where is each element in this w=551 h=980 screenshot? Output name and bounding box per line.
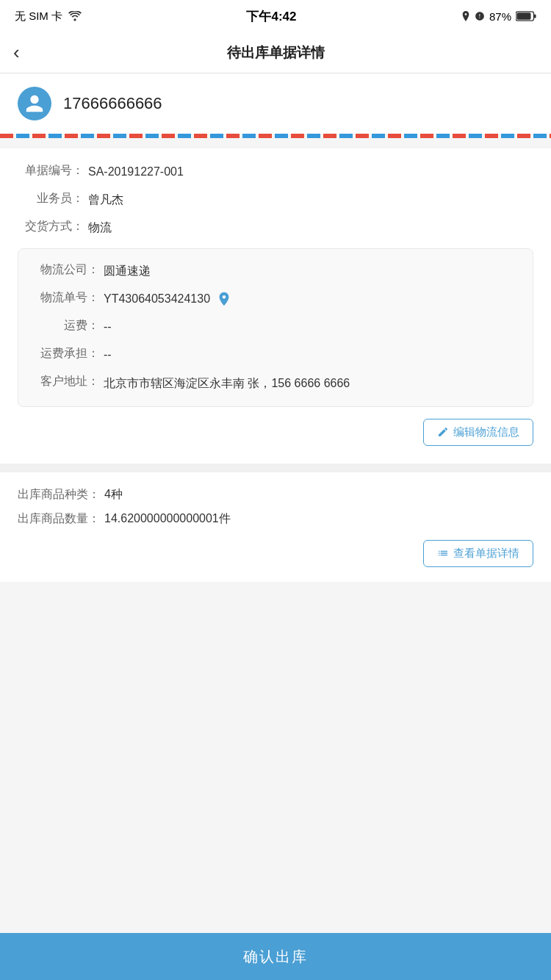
battery-text: 87%: [489, 10, 511, 23]
location-active-icon: [461, 11, 470, 21]
tracking-location-icon[interactable]: [216, 291, 232, 307]
status-bar: 无 SIM 卡 下午4:42 87%: [0, 0, 551, 32]
goods-section: 出库商品种类： 4种 出库商品数量： 14.620000000000001件 查…: [0, 472, 551, 582]
battery-icon: [516, 11, 536, 21]
address-value: 北京市市辖区海淀区永丰南 张，156 6666 6666: [104, 374, 518, 393]
avatar: [18, 87, 51, 120]
document-number-label: 单据编号：: [18, 163, 84, 179]
status-time: 下午4:42: [246, 8, 296, 25]
svg-rect-2: [534, 14, 536, 18]
header-section: 17666666666: [0, 73, 551, 134]
logistics-tracking-value: YT43064053424130: [104, 290, 518, 308]
phone-number: 17666666666: [63, 94, 162, 113]
freight-bearer-value: --: [104, 346, 518, 364]
logistics-company-label: 物流公司：: [33, 262, 99, 278]
view-details-button[interactable]: 查看单据详情: [423, 540, 533, 567]
sales-person-label: 业务员：: [18, 191, 84, 206]
document-number-row: 单据编号： SA-20191227-001: [18, 163, 533, 181]
freight-bearer-label: 运费承担：: [33, 346, 99, 361]
goods-types-label: 出库商品种类：: [18, 487, 100, 502]
wifi-icon: [68, 11, 82, 21]
logistics-tracking-row: 物流单号： YT43064053424130: [33, 290, 518, 308]
goods-quantity-value: 14.620000000000001件: [104, 511, 231, 527]
freight-row: 运费： --: [33, 318, 518, 336]
status-left: 无 SIM 卡: [15, 10, 82, 24]
delivery-method-label: 交货方式：: [18, 219, 84, 234]
delivery-method-value: 物流: [88, 219, 533, 237]
page-title: 待出库单据详情: [227, 43, 325, 62]
goods-types-value: 4种: [104, 487, 123, 502]
sales-person-value: 曾凡杰: [88, 191, 533, 209]
carrier-text: 无 SIM 卡: [15, 10, 62, 24]
nav-bar: ‹ 待出库单据详情: [0, 32, 551, 73]
order-info-section: 单据编号： SA-20191227-001 业务员： 曾凡杰 交货方式： 物流 …: [0, 148, 551, 464]
svg-rect-1: [516, 12, 530, 20]
freight-label: 运费：: [33, 318, 99, 334]
freight-bearer-row: 运费承担： --: [33, 346, 518, 364]
section-divider: [0, 464, 551, 472]
address-label: 客户地址：: [33, 374, 99, 389]
delivery-method-row: 交货方式： 物流: [18, 219, 533, 237]
logistics-tracking-label: 物流单号：: [33, 290, 99, 306]
logistics-company-row: 物流公司： 圆通速递: [33, 262, 518, 280]
document-number-value: SA-20191227-001: [88, 163, 533, 181]
list-icon: [437, 547, 449, 559]
status-right: 87%: [461, 10, 536, 23]
address-row: 客户地址： 北京市市辖区海淀区永丰南 张，156 6666 6666: [33, 374, 518, 393]
back-button[interactable]: ‹: [13, 41, 20, 64]
view-details-container: 查看单据详情: [18, 540, 533, 567]
dashed-separator: [0, 134, 551, 138]
goods-quantity-row: 出库商品数量： 14.620000000000001件: [18, 511, 533, 527]
confirm-button-label: 确认出库: [243, 947, 308, 967]
alarm-icon: [475, 11, 485, 21]
logistics-card: 物流公司： 圆通速递 物流单号： YT43064053424130 运费： --: [18, 248, 533, 407]
edit-logistics-button[interactable]: 编辑物流信息: [423, 419, 533, 446]
edit-logistics-label: 编辑物流信息: [453, 425, 519, 439]
view-details-label: 查看单据详情: [453, 547, 519, 561]
sales-person-row: 业务员： 曾凡杰: [18, 191, 533, 209]
freight-value: --: [104, 318, 518, 336]
goods-quantity-label: 出库商品数量：: [18, 511, 100, 527]
logistics-company-value: 圆通速递: [104, 262, 518, 280]
confirm-bar[interactable]: 确认出库: [0, 933, 551, 980]
edit-logistics-container: 编辑物流信息: [18, 419, 533, 446]
bottom-spacer: [0, 582, 551, 699]
goods-types-row: 出库商品种类： 4种: [18, 487, 533, 502]
edit-icon: [437, 426, 449, 438]
